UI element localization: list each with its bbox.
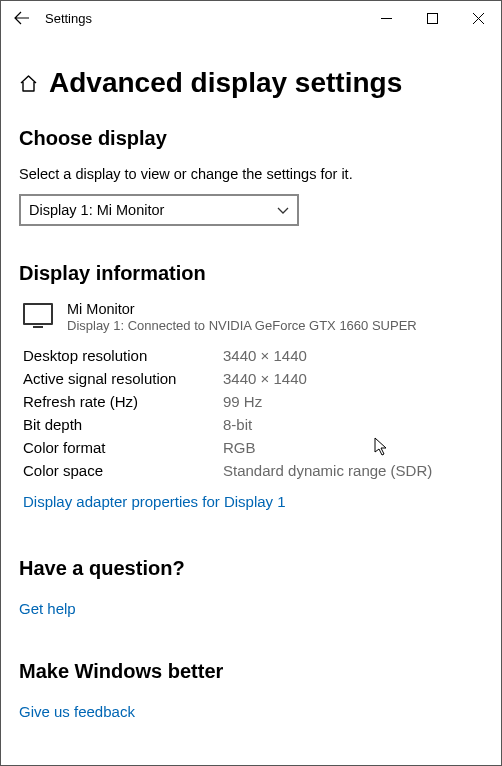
maximize-icon	[427, 13, 438, 24]
have-a-question-heading: Have a question?	[19, 557, 483, 580]
spec-grid: Desktop resolution 3440 × 1440 Active si…	[23, 347, 483, 479]
content-area: Advanced display settings Choose display…	[1, 35, 501, 739]
svg-rect-0	[427, 13, 437, 23]
page-title: Advanced display settings	[49, 67, 402, 99]
titlebar: Settings	[1, 1, 501, 35]
color-space-label: Color space	[23, 462, 223, 479]
display-select-value: Display 1: Mi Monitor	[29, 202, 164, 218]
refresh-rate-label: Refresh rate (Hz)	[23, 393, 223, 410]
active-signal-resolution-label: Active signal resolution	[23, 370, 223, 387]
color-format-value: RGB	[223, 439, 483, 456]
have-a-question-section: Have a question? Get help	[19, 557, 483, 618]
close-button[interactable]	[455, 1, 501, 35]
window-title: Settings	[43, 11, 92, 26]
bit-depth-value: 8-bit	[223, 416, 483, 433]
display-select[interactable]: Display 1: Mi Monitor	[19, 194, 299, 226]
home-button[interactable]	[19, 74, 38, 93]
maximize-button[interactable]	[409, 1, 455, 35]
home-icon	[19, 74, 38, 93]
make-windows-better-section: Make Windows better Give us feedback	[19, 660, 483, 721]
get-help-link[interactable]: Get help	[19, 600, 76, 617]
bit-depth-label: Bit depth	[23, 416, 223, 433]
chevron-down-icon	[277, 204, 289, 216]
monitor-connection: Display 1: Connected to NVIDIA GeForce G…	[67, 318, 417, 333]
settings-window: Settings Advanced display settings Choos…	[0, 0, 502, 766]
choose-display-instruction: Select a display to view or change the s…	[19, 166, 483, 182]
desktop-resolution-label: Desktop resolution	[23, 347, 223, 364]
color-space-value: Standard dynamic range (SDR)	[223, 462, 483, 479]
close-icon	[473, 13, 484, 24]
arrow-left-icon	[14, 10, 30, 26]
choose-display-heading: Choose display	[19, 127, 483, 150]
desktop-resolution-value: 3440 × 1440	[223, 347, 483, 364]
monitor-icon	[23, 303, 53, 325]
monitor-summary: Mi Monitor Display 1: Connected to NVIDI…	[23, 301, 483, 333]
make-windows-better-heading: Make Windows better	[19, 660, 483, 683]
active-signal-resolution-value: 3440 × 1440	[223, 370, 483, 387]
display-adapter-properties-link[interactable]: Display adapter properties for Display 1	[23, 493, 286, 510]
color-format-label: Color format	[23, 439, 223, 456]
page-header: Advanced display settings	[19, 67, 483, 99]
refresh-rate-value: 99 Hz	[223, 393, 483, 410]
give-us-feedback-link[interactable]: Give us feedback	[19, 703, 135, 720]
back-button[interactable]	[1, 1, 43, 35]
display-information-section: Display information Mi Monitor Display 1…	[19, 262, 483, 511]
minimize-button[interactable]	[363, 1, 409, 35]
display-information-heading: Display information	[19, 262, 483, 285]
monitor-name: Mi Monitor	[67, 301, 417, 317]
minimize-icon	[381, 13, 392, 24]
